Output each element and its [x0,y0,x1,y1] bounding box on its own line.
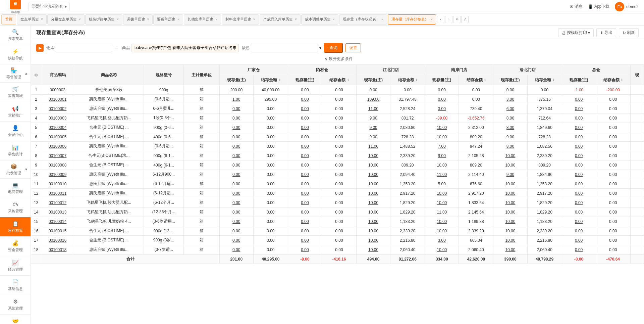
sidebar-item-wholesale[interactable]: 📦 批发管理 ▼ [0,160,31,179]
row-yu-qty[interactable]: 10.00 [493,217,527,226]
row-total-qty[interactable]: 0.00 [562,123,596,132]
row-f-qty[interactable]: 0.00 [219,142,253,151]
row-na-qty[interactable]: 10.00 [425,226,459,236]
gear-icon[interactable]: ⚙ [34,73,38,78]
tab-5[interactable]: 要货单历史 × [153,14,183,25]
row-jb-qty[interactable]: 10.00 [357,160,390,170]
row-na-qty[interactable]: 9.00 [425,151,459,160]
row-f-qty[interactable]: 200.00 [219,85,253,95]
row-yu-qty[interactable]: 10.00 [493,207,527,217]
row-total-qty[interactable]: 0.00 [562,236,596,245]
row-m-qty[interactable]: 0.00 [288,189,322,198]
row-yu-qty[interactable]: 0.00 [493,85,527,95]
sidebar-item-purchase[interactable]: 🛍 采购管理 [0,198,31,217]
row-yu-qty[interactable]: 9.00 [493,132,527,142]
tab-11-active[interactable]: 现存量（库存分布表） × [388,14,436,25]
row-m-qty[interactable]: 0.00 [288,104,322,113]
row-code[interactable]: 00100007 [41,151,74,160]
row-f-qty[interactable]: 0.00 [219,104,253,113]
user-area[interactable]: Ea demo2 [615,2,639,11]
info-icon5[interactable]: ℹ [553,78,554,82]
row-code[interactable]: 00100016 [41,236,74,245]
close-icon[interactable]: × [41,17,43,21]
row-total-qty[interactable]: -1.00 [562,85,596,95]
row-jb-qty[interactable]: 10.00 [357,170,390,179]
row-yu-qty[interactable]: 10.00 [493,198,527,207]
row-na-qty[interactable]: -39.00 [425,113,459,123]
tab-4[interactable]: 调拨单历史 × [123,14,153,25]
row-f-qty[interactable]: 0.00 [219,151,253,160]
row-na-qty[interactable]: 10.00 [425,245,459,254]
row-jb-qty[interactable]: 10.00 [357,236,390,245]
row-f-qty[interactable]: 0.00 [219,160,253,170]
row-total-qty[interactable]: 0.00 [562,132,596,142]
row-jb-qty[interactable]: 10.00 [357,179,390,189]
row-jb-qty[interactable]: 10.00 [357,198,390,207]
sidebar-item-ecommerce[interactable]: 💻 电商管理 [0,179,31,198]
row-total-qty[interactable]: 0.00 [562,189,596,198]
info-icon3[interactable]: ℹ [416,78,417,82]
print-button[interactable]: 🖨 按模版打印 ▾ [558,28,594,37]
row-yu-qty[interactable]: 3.00 [493,95,527,104]
app-download-button[interactable]: 📱 App下载 [588,4,609,9]
row-code[interactable]: 00100015 [41,226,74,236]
row-yu-qty[interactable]: 10.00 [493,226,527,236]
row-na-qty[interactable]: 3.00 [425,236,459,245]
row-yu-qty[interactable]: 8.00 [493,142,527,151]
col-gear[interactable]: ⚙ [31,65,41,85]
row-m-qty[interactable]: 0.00 [288,217,322,226]
sidebar-item-finance[interactable]: 💰 资金管理 [0,237,31,256]
row-jb-qty[interactable]: 10.00 [357,226,390,236]
tab-2[interactable]: 分量盘点单历史 × [47,14,85,25]
sidebar-item-member[interactable]: 👤 会员中心 [0,122,31,141]
row-total-qty[interactable]: 0.00 [562,207,596,217]
goods-input[interactable] [131,44,239,52]
row-code[interactable]: 00100001 [41,95,74,104]
tab-10[interactable]: 现存量（库存状况表） × [339,14,387,25]
tab-close-all-button[interactable]: × [453,16,461,23]
close-icon[interactable]: × [215,17,217,21]
row-m-qty[interactable]: 0.00 [288,245,322,254]
row-f-qty[interactable]: 0.00 [219,170,253,179]
row-yu-qty[interactable]: 8.00 [493,123,527,132]
row-yu-qty[interactable]: 6.00 [493,104,527,113]
row-code[interactable]: 00100006 [41,142,74,151]
tab-next-button[interactable]: › [445,16,452,23]
row-f-qty[interactable]: 0.00 [219,217,253,226]
row-m-qty[interactable]: 0.00 [288,85,322,95]
row-na-qty[interactable]: 10.00 [425,160,459,170]
info-icon4[interactable]: ℹ [484,78,486,82]
row-total-qty[interactable]: 0.00 [562,151,596,160]
row-m-qty[interactable]: 0.00 [288,198,322,207]
row-total-qty[interactable]: 0.00 [562,226,596,236]
row-na-qty[interactable]: 7.00 [425,142,459,151]
row-jb-qty[interactable]: 10.00 [357,189,390,198]
sidebar-item-nav[interactable]: ⚡ 快捷导航 [0,45,31,64]
row-yu-qty[interactable]: 10.00 [493,189,527,198]
row-m-qty[interactable]: 0.00 [288,179,322,189]
row-na-qty[interactable]: 0.00 [425,85,459,95]
row-total-qty[interactable]: 0.00 [562,160,596,170]
close-icon[interactable]: × [382,17,384,21]
warehouse-input[interactable] [56,44,112,52]
row-f-qty[interactable]: 1.00 [219,95,253,104]
row-jb-qty[interactable]: 9.00 [357,132,390,142]
row-code[interactable]: 00100018 [41,245,74,254]
info-icon6[interactable]: ℹ [621,78,623,82]
row-na-qty[interactable]: 11.00 [425,207,459,217]
tab-home[interactable]: 首页 [1,14,16,25]
row-yu-qty[interactable]: 8.00 [493,113,527,123]
tab-maximize-button[interactable]: ⤢ [461,16,469,23]
row-jb-qty[interactable]: 0.00 [357,85,390,95]
row-jb-qty[interactable]: 10.00 [357,245,390,254]
row-f-qty[interactable]: 0.00 [219,189,253,198]
row-jb-qty[interactable]: 10.00 [357,217,390,226]
row-m-qty[interactable]: 0.00 [288,113,322,123]
industry-selector[interactable]: 母婴行业演示陈套 ▾ [28,2,70,11]
row-code[interactable]: 00100009 [41,170,74,179]
close-icon[interactable]: × [253,17,255,21]
row-total-qty[interactable]: 0.00 [562,217,596,226]
row-code[interactable]: 00100012 [41,198,74,207]
info-icon2[interactable]: ℹ [347,78,349,82]
row-total-qty[interactable]: 0.00 [562,113,596,123]
